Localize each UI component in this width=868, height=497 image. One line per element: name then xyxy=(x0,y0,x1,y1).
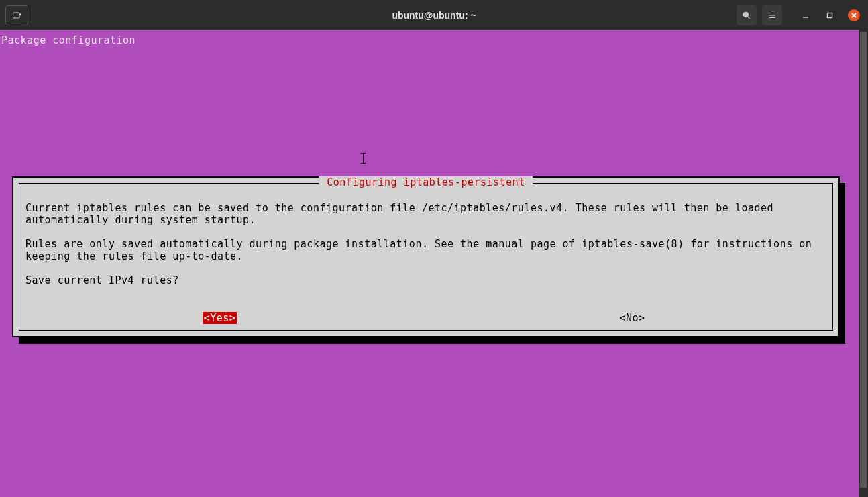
package-config-header: Package configuration xyxy=(1,34,135,46)
new-tab-button[interactable] xyxy=(5,5,28,25)
maximize-button[interactable] xyxy=(824,9,836,21)
no-button[interactable]: <No> xyxy=(619,312,645,324)
menu-button[interactable] xyxy=(762,5,782,25)
new-tab-icon xyxy=(11,10,22,21)
titlebar: ubuntu@ubuntu: ~ xyxy=(0,0,868,30)
dialog-question: Save current IPv4 rules? xyxy=(25,274,826,286)
minimize-button[interactable] xyxy=(800,9,812,21)
search-button[interactable] xyxy=(737,5,757,25)
dialog-text-1: Current iptables rules can be saved to t… xyxy=(25,202,826,226)
window-controls xyxy=(800,9,860,21)
scrollbar[interactable] xyxy=(859,30,868,497)
yes-button[interactable]: <Yes> xyxy=(203,312,237,324)
scrollbar-thumb[interactable] xyxy=(860,32,867,488)
hamburger-icon xyxy=(767,11,777,20)
terminal-area[interactable]: Package configuration Configuring iptabl… xyxy=(0,30,868,497)
dialog-body: Current iptables rules can be saved to t… xyxy=(25,202,826,298)
close-icon xyxy=(851,12,857,19)
dialog-buttons: <Yes> <No> xyxy=(13,312,838,324)
search-icon xyxy=(742,11,751,20)
window-title: ubuntu@ubuntu: ~ xyxy=(392,10,476,21)
titlebar-right xyxy=(737,5,863,25)
svg-rect-2 xyxy=(828,13,832,17)
maximize-icon xyxy=(826,12,833,19)
svg-point-1 xyxy=(743,12,748,17)
minimize-icon xyxy=(802,12,809,19)
text-cursor-icon xyxy=(361,152,366,164)
svg-rect-0 xyxy=(13,13,19,18)
dialog-text-2: Rules are only saved automatically durin… xyxy=(25,238,826,262)
close-button[interactable] xyxy=(848,9,860,21)
dialog-title: Configuring iptables-persistent xyxy=(319,176,533,188)
titlebar-left xyxy=(5,5,28,25)
config-dialog: Configuring iptables-persistent Current … xyxy=(12,176,840,337)
